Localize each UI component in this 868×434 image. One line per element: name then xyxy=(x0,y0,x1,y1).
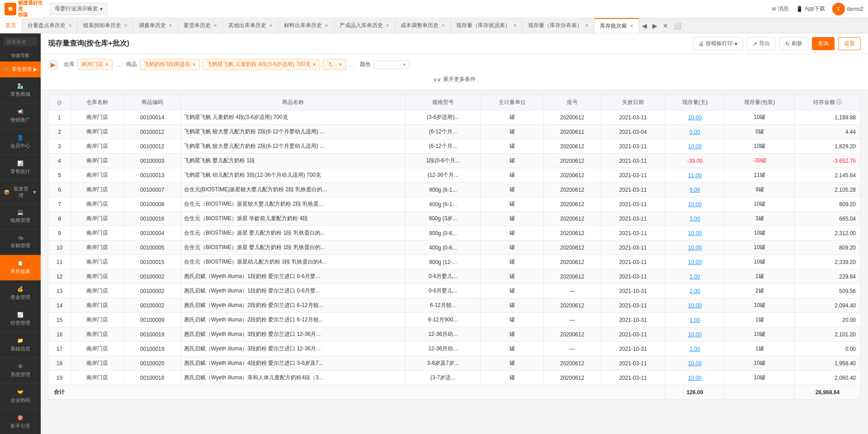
product-tag-1[interactable]: 飞鹤奶粉3段两提装 ✕ xyxy=(140,59,200,70)
tab-yaoh[interactable]: 要货单历史 ✕ xyxy=(178,18,223,33)
cell-qty[interactable]: 1.00 xyxy=(665,313,725,327)
tab-close-chengben[interactable]: ✕ xyxy=(441,23,445,28)
cell-qty[interactable]: 10.00 xyxy=(665,197,725,212)
tab-fenliang[interactable]: 分量盘点单历史 ✕ xyxy=(22,18,78,33)
cell-qty[interactable]: 10.00 xyxy=(665,139,725,154)
sidebar-item-basic-info[interactable]: 📁 基础信息 xyxy=(0,332,41,358)
tab-close-diaob[interactable]: ✕ xyxy=(169,23,172,28)
tab-close-all[interactable]: ✕ xyxy=(660,22,671,29)
product-tag-2[interactable]: 飞鹤星飞帆 儿童奶粉 4段(3-6岁适用) 700克 ✕ xyxy=(203,59,320,70)
tab-close-fenliang[interactable]: ✕ xyxy=(68,23,72,28)
tab-home[interactable]: 首页 xyxy=(0,18,22,33)
tab-qitachu[interactable]: 其他出库单历史 ✕ xyxy=(223,18,278,33)
tab-chancheng[interactable]: 产成品入库单历史 ✕ xyxy=(334,18,395,33)
cell-qty[interactable]: 2.00 xyxy=(665,284,725,298)
tab-xiancun2[interactable]: 现存量（库存分布表） ✕ xyxy=(523,18,594,33)
tab-nav-left[interactable]: ◀ xyxy=(639,22,650,29)
product-tag-3[interactable]: 飞... ✕ xyxy=(323,59,346,70)
tab-diaob[interactable]: 调拨单历史 ✕ xyxy=(133,18,178,33)
tab-close-chancheng[interactable]: ✕ xyxy=(386,23,389,28)
cell-unit: 罐 xyxy=(481,255,543,269)
query-button[interactable]: 查询 xyxy=(812,37,835,50)
basic-info-icon: 📁 xyxy=(17,338,24,344)
cell-qty[interactable]: 9.00 xyxy=(665,183,725,197)
tab-close-cailiaochu[interactable]: ✕ xyxy=(325,23,328,28)
cell-qty[interactable]: 10.00 xyxy=(665,241,725,255)
export-button[interactable]: ↗ 导出 xyxy=(747,37,776,50)
cell-code: 00100012 xyxy=(123,139,181,154)
product-more[interactable]: … xyxy=(349,61,354,68)
sidebar-item-finance[interactable]: 💰 资金管理 xyxy=(0,281,41,307)
message-button[interactable]: ✉ 消息 xyxy=(772,5,789,13)
sidebar-item-purchase[interactable]: 🛍 采购管理 xyxy=(0,230,41,255)
cell-qty[interactable]: 11.00 xyxy=(665,168,725,183)
tab-nav-right[interactable]: ▶ xyxy=(650,22,660,29)
sidebar-quick-nav[interactable]: 快捷导航 xyxy=(0,50,41,61)
color-select[interactable]: ▾ xyxy=(373,60,410,69)
user-avatar[interactable]: E demo2 xyxy=(832,3,863,15)
cell-qty[interactable]: 10.00 xyxy=(665,356,725,371)
cell-qty[interactable]: 10.00 xyxy=(665,371,725,385)
tab-close-qitachu[interactable]: ✕ xyxy=(269,23,273,28)
cell-qty[interactable]: 10.00 xyxy=(665,327,725,342)
expand-filter-btn[interactable]: ▶ xyxy=(48,60,58,70)
cell-qty[interactable]: 10.00 xyxy=(665,298,725,313)
refresh-button[interactable]: ↻ 刷新 xyxy=(779,37,808,50)
warehouse-tag[interactable]: 南岸门店 ✕ xyxy=(77,59,113,70)
sidebar-item-retail-stats[interactable]: 📊 零售统计 xyxy=(0,155,41,181)
product-tag-2-close[interactable]: ✕ xyxy=(312,62,316,67)
sidebar-item-inventory[interactable]: 📋 库存核算 xyxy=(0,255,41,281)
cell-spec: 400g (6-1... xyxy=(406,197,481,212)
tab-close-yaoh[interactable]: ✕ xyxy=(213,23,217,28)
cell-qty[interactable]: 10.00 xyxy=(665,110,725,125)
tab-cailiaochu[interactable]: 材料出库单历史 ✕ xyxy=(278,18,334,33)
sidebar-item-retail-mgmt[interactable]: 🛒 零售管理 ▶ xyxy=(0,61,41,78)
sidebar-item-cooperation[interactable]: 🤝 企业协同 xyxy=(0,384,41,410)
sidebar-item-system[interactable]: ⚙ 系统管理 xyxy=(0,358,41,384)
warehouse-more[interactable]: … xyxy=(115,61,121,68)
settings-gear-icon[interactable]: ⚙ xyxy=(57,99,62,106)
tab-maximize[interactable]: ⬜ xyxy=(671,22,684,29)
cell-unit: 罐 xyxy=(481,241,543,255)
tab-kucun-pici[interactable]: 库存批次账 ✕ xyxy=(594,18,639,33)
company-selector[interactable]: 母婴行业演示账套 ▾ xyxy=(50,3,108,15)
tab-close-xiancun1[interactable]: ✕ xyxy=(513,23,517,28)
tab-close-zuzhuang[interactable]: ✕ xyxy=(124,23,127,28)
app-download-button[interactable]: 📱 App下载 xyxy=(796,5,825,13)
cell-spec: 1段(0-6个月... xyxy=(406,154,481,168)
table-body: 1 南岸门店 00100014 飞鹤星飞帆 儿童奶粉 4段(3-6岁适用) 70… xyxy=(48,110,861,385)
cell-qty[interactable]: 3.00 xyxy=(665,212,725,226)
cell-amount: 2,312.00 xyxy=(795,226,861,241)
page-header: 现存量查询(按仓库+批次) 🖨 按模板打印 ▾ ↗ 导出 ↻ 刷新 查询 xyxy=(41,33,868,54)
cell-qty[interactable]: 1.00 xyxy=(665,342,725,356)
tab-chengben[interactable]: 成本调整单历史 ✕ xyxy=(395,18,451,33)
product-tag-3-close[interactable]: ✕ xyxy=(339,62,342,67)
tab-close-xiancun2[interactable]: ✕ xyxy=(585,23,589,28)
cell-name: 惠氏启赋（Wyeth illuma）1段奶粉 爱尔兰进口 0-6月婴... xyxy=(181,284,406,298)
cell-qty[interactable]: 0.00 xyxy=(665,125,725,139)
settings-button[interactable]: 设置 xyxy=(838,37,861,50)
table-wrap: ⚙ 仓库名称 商品编码 商品名称 规格型号 主计量单位 批号 失效日期 现存量(… xyxy=(41,90,868,434)
cell-qty[interactable]: -39.00 xyxy=(665,154,725,168)
expand-more-btn[interactable]: ∨∨ 展开更多条件 xyxy=(429,74,479,85)
print-button[interactable]: 🖨 按模板打印 ▾ xyxy=(693,37,743,50)
cell-spec: (3-7岁适... xyxy=(406,371,481,385)
sidebar-item-business[interactable]: 📈 经营管理 xyxy=(0,307,41,332)
cell-qty[interactable]: 10.00 xyxy=(665,255,725,269)
cell-qty[interactable]: 10.00 xyxy=(665,226,725,241)
sidebar-item-wholesale[interactable]: 📦 批发管理 ▼ xyxy=(0,181,41,204)
warehouse-tag-close[interactable]: ✕ xyxy=(105,62,108,67)
tab-zuzhuang[interactable]: 组装拆卸单历史 ✕ xyxy=(78,18,133,33)
sidebar-item-marketing[interactable]: 📢 营销推广 xyxy=(0,104,41,129)
sidebar-item-ecommerce[interactable]: 💻 电商管理 xyxy=(0,204,41,230)
product-tag-1-close[interactable]: ✕ xyxy=(192,62,196,67)
sidebar-item-guide[interactable]: 🎯 新手引导 xyxy=(0,410,41,434)
th-settings[interactable]: ⚙ xyxy=(48,95,71,110)
cell-qty[interactable]: 1.00 xyxy=(665,269,725,284)
search-input[interactable] xyxy=(4,37,37,46)
cell-name: 飞鹤星飞帆 儿童奶粉 4段(3-6岁适用) 700克 xyxy=(181,110,406,125)
sidebar-item-member[interactable]: 👤 会员中心 xyxy=(0,129,41,155)
tab-xiancun1[interactable]: 现存量（库存状况表） ✕ xyxy=(451,18,523,33)
sidebar-item-retail-shop[interactable]: 🏪 零售商城 xyxy=(0,78,41,104)
tab-close-kucun-pici[interactable]: ✕ xyxy=(630,24,633,28)
